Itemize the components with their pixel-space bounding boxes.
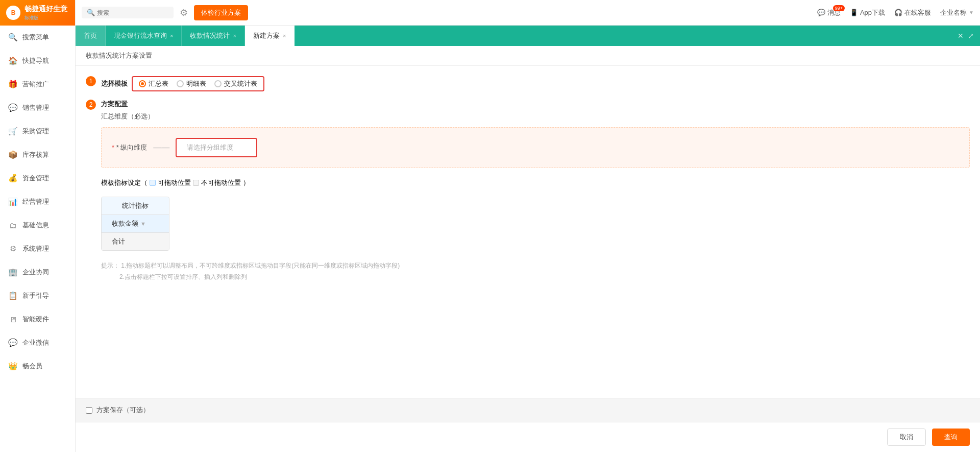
dimension-select[interactable]: 请选择分组维度 xyxy=(176,138,257,157)
content-area: 收款情况统计方案设置 1 选择模板 汇总表 明细表 xyxy=(76,46,980,422)
save-option-bar: 方案保存（可选） xyxy=(76,398,980,422)
topbar-search-box[interactable]: 🔍 xyxy=(82,7,174,18)
crown-icon: 👑 xyxy=(8,362,17,371)
sidebar-item-marketing[interactable]: 🎁 营销推广 xyxy=(0,73,75,96)
gear-settings-icon[interactable]: ⚙ xyxy=(180,7,188,18)
page-title: 收款情况统计方案设置 xyxy=(76,46,980,66)
radio-detail[interactable]: 明细表 xyxy=(177,79,206,88)
tab-bank[interactable]: 现金银行流水查询 × xyxy=(106,26,182,46)
sidebar-item-operation[interactable]: 📊 经营管理 xyxy=(0,190,75,213)
industry-btn[interactable]: 体验行业方案 xyxy=(194,5,248,20)
search-icon-top: 🔍 xyxy=(87,9,95,16)
tab-close-all-icon[interactable]: ✕ xyxy=(958,32,964,40)
sidebar-item-enterprise[interactable]: 🏢 企业协同 xyxy=(0,260,75,284)
topbar-right: 💬 消息 99+ 📱 App下载 🎧 在线客服 企业名称 ▼ xyxy=(817,8,974,17)
section1-num: 1 xyxy=(86,76,96,86)
legend-draggable: 可拖动位置 xyxy=(150,178,191,187)
sidebar-label-enterprise: 企业协同 xyxy=(22,268,49,277)
sidebar-item-system[interactable]: ⚙ 系统管理 xyxy=(0,237,75,260)
save-checkbox[interactable] xyxy=(86,407,92,414)
notification-btn[interactable]: 💬 消息 99+ xyxy=(817,8,841,17)
sidebar-label-basic: 基础信息 xyxy=(22,221,49,230)
sidebar-item-hardware[interactable]: 🖥 智能硬件 xyxy=(0,307,75,331)
template-options-box: 汇总表 明细表 交叉统计表 xyxy=(132,76,264,91)
radio-detail-btn[interactable] xyxy=(177,80,184,87)
search-icon: 🔍 xyxy=(8,33,17,42)
radio-cross-label: 交叉统计表 xyxy=(224,79,257,88)
sidebar-item-finance[interactable]: 💰 资金管理 xyxy=(0,166,75,190)
radio-summary-btn[interactable] xyxy=(139,80,146,87)
search-input[interactable] xyxy=(97,9,163,16)
metrics-col-header: 统计指标 xyxy=(102,197,169,215)
form-content: 1 选择模板 汇总表 明细表 交叉统 xyxy=(76,66,980,398)
wechat-icon: 💬 xyxy=(8,338,17,347)
sidebar-item-member[interactable]: 👑 畅会员 xyxy=(0,354,75,378)
sidebar-item-wechat[interactable]: 💬 企业微信 xyxy=(0,331,75,354)
sidebar-label-operation: 经营管理 xyxy=(22,197,49,206)
chart-icon: 📊 xyxy=(8,197,17,206)
metrics-row1-chevron-icon: ▼ xyxy=(140,221,146,227)
sidebar-label-wechat: 企业微信 xyxy=(22,338,49,347)
sidebar-item-sales[interactable]: 💬 销售管理 xyxy=(0,96,75,120)
radio-cross[interactable]: 交叉统计表 xyxy=(214,79,257,88)
hardware-icon: 🖥 xyxy=(8,315,17,324)
gift-icon: 🎁 xyxy=(8,80,17,89)
sidebar-menu: 🔍 搜索菜单 🏠 快捷导航 🎁 营销推广 💬 销售管理 🛒 采购管理 📦 库存核… xyxy=(0,26,75,452)
metrics-row2-label: 合计 xyxy=(112,237,125,246)
cancel-button[interactable]: 取消 xyxy=(887,429,926,446)
sidebar-label-hardware: 智能硬件 xyxy=(22,315,49,324)
service-btn[interactable]: 🎧 在线客服 xyxy=(894,8,931,17)
sidebar-item-search[interactable]: 🔍 搜索菜单 xyxy=(0,26,75,49)
page-title-text: 收款情况统计方案设置 xyxy=(86,52,152,59)
sidebar-label-system: 系统管理 xyxy=(22,244,49,253)
box-icon: 📦 xyxy=(8,150,17,159)
gear-icon: ⚙ xyxy=(8,244,17,253)
tab-new-plan-close-icon[interactable]: × xyxy=(283,33,286,39)
download-btn[interactable]: 📱 App下载 xyxy=(850,8,885,17)
legend-nondrag: 不可拖动位置 xyxy=(193,178,241,187)
tab-new-plan[interactable]: 新建方案 × xyxy=(245,26,295,46)
section1-title: 选择模板 xyxy=(101,79,128,88)
sidebar-item-quick-nav[interactable]: 🏠 快捷导航 xyxy=(0,49,75,73)
radio-summary[interactable]: 汇总表 xyxy=(139,79,168,88)
sidebar-item-basic[interactable]: 🗂 基础信息 xyxy=(0,213,75,237)
tab-receipt-close-icon[interactable]: × xyxy=(233,33,236,39)
notification-badge: 99+ xyxy=(833,5,845,11)
tab-receipt-stat[interactable]: 收款情况统计 × xyxy=(182,26,244,46)
sidebar-label-finance: 资金管理 xyxy=(22,174,49,183)
service-label: 在线客服 xyxy=(904,8,931,17)
dimension-area: * * 纵向维度 —— 请选择分组维度 xyxy=(101,127,970,168)
headset-icon: 🎧 xyxy=(894,9,902,16)
metrics-row1-label[interactable]: 收款金额 ▼ xyxy=(112,219,146,228)
nondrag-dot xyxy=(193,180,199,186)
nondrag-label: 不可拖动位置 xyxy=(201,178,241,187)
metrics-setting: 模板指标设定（ 可拖动位置 不可拖动位置 ） xyxy=(101,178,970,282)
hint-line1: 1.拖动标题栏可以调整布局，不可跨维度或指标区域拖动目字段(只能在同一维度或指标… xyxy=(121,262,400,269)
dimension-row-label: * * 纵向维度 xyxy=(112,143,147,152)
sidebar-item-guide[interactable]: 📋 新手引导 xyxy=(0,284,75,307)
user-name[interactable]: 企业名称 ▼ xyxy=(940,8,974,17)
tab-home[interactable]: 首页 xyxy=(76,26,106,46)
sidebar-label-inventory: 库存核算 xyxy=(22,150,49,159)
tabs-right-actions: ✕ ⤢ xyxy=(951,26,980,46)
download-label: App下载 xyxy=(860,8,885,17)
dim-required-star: * xyxy=(112,144,116,151)
logo-badge: 标准版 xyxy=(24,15,67,21)
tab-bank-label: 现金银行流水查询 xyxy=(114,31,167,40)
tab-bank-close-icon[interactable]: × xyxy=(170,33,173,39)
sidebar-item-purchase[interactable]: 🛒 采购管理 xyxy=(0,120,75,143)
folder-icon: 🗂 xyxy=(8,221,17,230)
section2-title: 方案配置 xyxy=(101,100,128,109)
tab-expand-icon[interactable]: ⤢ xyxy=(968,32,974,40)
sidebar-logo: B 畅捷通好生意 标准版 xyxy=(0,0,75,26)
user-label: 企业名称 xyxy=(940,8,967,17)
guide-icon: 📋 xyxy=(8,291,17,300)
sidebar-item-inventory[interactable]: 📦 库存核算 xyxy=(0,143,75,166)
section2-body: 汇总维度（必选） * * 纵向维度 —— 请选择分组维度 xyxy=(86,112,970,282)
dimension-placeholder: 请选择分组维度 xyxy=(187,144,233,151)
query-button[interactable]: 查询 xyxy=(932,429,970,446)
main-content: 🔍 ⚙ 体验行业方案 💬 消息 99+ 📱 App下载 🎧 在线客服 企业名称 … xyxy=(76,0,980,452)
metrics-row2: 合计 xyxy=(102,233,169,250)
radio-cross-btn[interactable] xyxy=(214,80,222,87)
tab-receipt-label: 收款情况统计 xyxy=(190,31,230,40)
